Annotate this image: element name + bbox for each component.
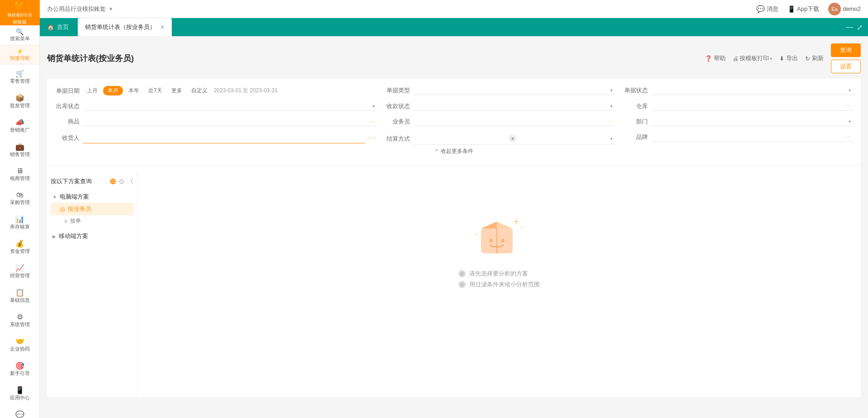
app-download-item[interactable]: 📱 App下载 <box>788 5 819 13</box>
tab-home[interactable]: 🏠 首页 <box>40 18 76 36</box>
query-button[interactable]: 查询 <box>831 43 861 57</box>
warehouse-select[interactable]: ··· <box>651 102 854 111</box>
empty-state-hints: ① 请先选择要分析的方案 ② 用过滤条件来缩小分析范围 <box>458 270 540 291</box>
sidebar-item-system[interactable]: ⚙ 系统管理 <box>0 308 39 332</box>
sidebar-item-finance[interactable]: 💰 资金管理 <box>0 235 39 259</box>
receiver-dots[interactable]: ··· <box>368 134 377 142</box>
doc-status-select[interactable]: ▾ <box>651 86 854 95</box>
tab-expand-icon[interactable]: ⤢ <box>857 23 863 32</box>
sidebar-item-operations[interactable]: 📈 经营管理 <box>0 259 39 284</box>
sidebar-item-retail[interactable]: 🛒 零售管理 <box>0 65 39 89</box>
data-panel: ① 请先选择要分析的方案 ② 用过滤条件来缩小分析范围 <box>137 171 861 397</box>
refresh-button[interactable]: ↻ 刷新 <box>805 54 824 62</box>
empty-hint-2: ② 用过滤条件来缩小分析范围 <box>458 280 540 289</box>
wholesale-label: 批发管理 <box>10 102 30 109</box>
collapse-scheme-icon[interactable]: 《 <box>127 177 133 185</box>
action-buttons: 查询 设置 <box>831 43 861 73</box>
sidebar-item-sales[interactable]: 💼 销售管理 <box>0 138 39 162</box>
sidebar-item-wechat[interactable]: 💬 企业微信 <box>0 406 39 418</box>
product-label: 商品 <box>54 118 80 126</box>
logo-icon: 🧡 <box>14 0 25 11</box>
search-menu-item[interactable]: 🔍 搜索菜单 <box>0 25 39 45</box>
sidebar-item-appstore[interactable]: 📱 应用中心 <box>0 381 39 406</box>
date-tab-custom[interactable]: 自定义 <box>188 86 211 95</box>
app-logo[interactable]: 🧡 畅捷通好生意 标账版 <box>0 0 40 25</box>
receipt-status-select[interactable]: ▾ <box>414 102 616 111</box>
tab-close-icon[interactable]: ✕ <box>160 24 165 30</box>
collapse-bar[interactable]: ⌃ 收起更多条件 <box>54 145 854 158</box>
scheme-group-mobile-header[interactable]: ▶ 移动端方案 <box>51 230 133 242</box>
header-right-actions: 💬 消息 📱 App下载 Ea demo2 <box>756 3 861 15</box>
add-scheme-icon[interactable]: ⊕ <box>109 176 116 186</box>
settings-button[interactable]: 设置 <box>831 60 861 73</box>
print-label: 按模板打印 <box>740 54 769 62</box>
user-item[interactable]: Ea demo2 <box>828 3 861 15</box>
sub-item-order-label: 按单 <box>70 217 81 225</box>
settlement-clear-button[interactable]: ✕ <box>509 134 517 142</box>
svg-marker-2 <box>497 222 513 228</box>
ecommerce-label: 电商管理 <box>10 175 30 182</box>
quick-nav-item[interactable]: ⚡ 快捷导航 <box>0 45 39 65</box>
salesperson-dots: ··· <box>608 119 613 124</box>
scheme-panel: 按以下方案查询 ⊕ ⊙ 《 ▼ 电脑端方案 <box>47 171 137 397</box>
brand-select[interactable]: ··· <box>651 133 854 142</box>
sidebar-item-wholesale[interactable]: 📦 批发管理 <box>0 89 39 114</box>
newbie-label: 新手引导 <box>10 370 30 377</box>
sidebar-item-enterprise[interactable]: 🤝 企业协同 <box>0 332 39 357</box>
desktop-group-label: 电脑端方案 <box>60 193 89 201</box>
order-icon: ≡ <box>64 218 67 224</box>
product-select[interactable]: ··· <box>83 117 377 126</box>
date-tab-more[interactable]: 更多 <box>168 86 186 95</box>
sub-item-order[interactable]: ≡ 按单 <box>51 215 133 227</box>
enterprise-label: 企业协同 <box>10 346 30 352</box>
date-tab-this-month[interactable]: 本月 <box>103 86 123 95</box>
salesperson-select[interactable]: ··· <box>414 117 616 126</box>
sales-icon: 💼 <box>15 142 24 151</box>
search-icon: 🔍 <box>16 28 24 35</box>
tab-minimize-icon[interactable]: — <box>846 23 853 31</box>
home-icon: 🏠 <box>47 24 54 31</box>
department-filter: 部门 ▾ <box>623 117 854 126</box>
inventory-label: 库存核算 <box>10 223 30 230</box>
message-item[interactable]: 💬 消息 <box>756 5 778 13</box>
sales-label: 销售管理 <box>10 151 30 158</box>
sidebar-item-ecommerce[interactable]: 🖥 电商管理 <box>0 162 39 186</box>
basics-label: 基础信息 <box>10 297 30 304</box>
avatar: Ea <box>828 3 841 15</box>
svg-line-9 <box>476 233 477 235</box>
breadcrumb-dropdown-icon[interactable]: ▾ <box>109 5 113 12</box>
department-arrow-icon: ▾ <box>849 119 851 124</box>
print-button[interactable]: 🖨 按模板打印 ▾ <box>733 54 772 62</box>
date-tab-7days[interactable]: 近7天 <box>145 86 166 95</box>
empty-hint-1: ① 请先选择要分析的方案 <box>458 270 540 278</box>
system-label: 系统管理 <box>10 321 30 328</box>
export-button[interactable]: ⬇ 导出 <box>779 54 798 62</box>
sidebar-item-basics[interactable]: 📋 基础信息 <box>0 284 39 308</box>
warehouse-dots: ··· <box>846 104 851 109</box>
settlement-arrow-icon: ▾ <box>610 136 613 141</box>
sidebar-item-marketing[interactable]: 📣 营销推广 <box>0 114 39 138</box>
tab-sales-stat-label: 销货单统计表（按业务员） <box>85 23 156 31</box>
doc-type-select[interactable]: ▾ <box>414 86 616 95</box>
receiver-input[interactable] <box>83 133 365 143</box>
salesperson-label: 业务员 <box>385 118 410 126</box>
department-select[interactable]: ▾ <box>651 117 854 126</box>
tab-sales-stat[interactable]: 销货单统计表（按业务员） ✕ <box>78 18 172 36</box>
scheme-item-salesperson[interactable]: ◎ 按业务员 <box>51 203 133 215</box>
wholesale-icon: 📦 <box>15 94 24 102</box>
settings-scheme-icon[interactable]: ⊙ <box>119 178 124 185</box>
operations-label: 经营管理 <box>10 272 30 279</box>
scheme-group-desktop-header[interactable]: ▼ 电脑端方案 <box>51 191 133 203</box>
sidebar-item-purchase[interactable]: 🛍 采购管理 <box>0 186 39 210</box>
date-tab-prev-month[interactable]: 上月 <box>83 86 101 95</box>
help-button[interactable]: ❓ 帮助 <box>705 54 726 62</box>
date-tab-this-year[interactable]: 本年 <box>125 86 143 95</box>
out-status-select[interactable]: ▾ <box>83 102 377 111</box>
sidebar-item-newbie[interactable]: 🎯 新手引导 <box>0 357 39 381</box>
department-label: 部门 <box>623 118 648 126</box>
avatar-image-placeholder: Ea <box>832 6 838 12</box>
settlement-select[interactable]: ✕ ▾ <box>414 133 616 145</box>
print-dropdown-icon: ▾ <box>770 56 772 61</box>
enterprise-icon: 🤝 <box>15 337 24 346</box>
sidebar-item-inventory[interactable]: 📊 库存核算 <box>0 210 39 235</box>
